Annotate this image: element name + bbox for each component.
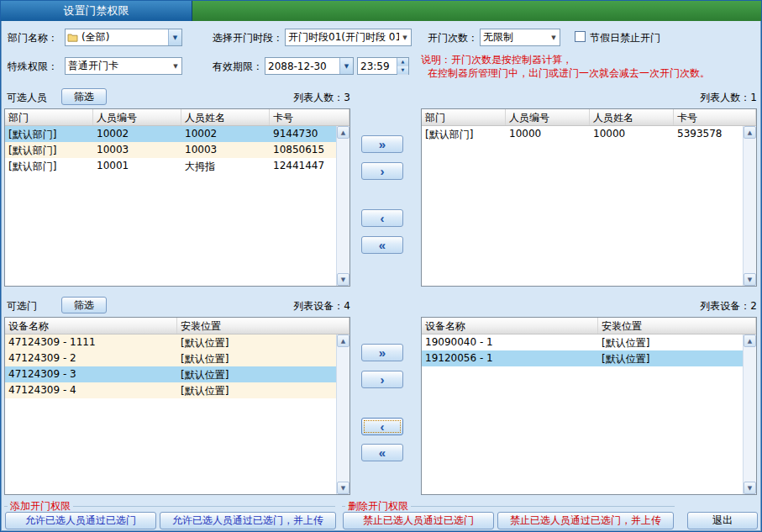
table-row[interactable]: 47124309 - 3 [默认位置] <box>5 366 336 382</box>
chevron-down-icon[interactable]: ▼ <box>170 63 181 70</box>
cell-name: 10002 <box>181 126 270 142</box>
period-combobox[interactable]: 开门时段01(开门时段 01) ▼ <box>285 29 412 46</box>
special-combobox[interactable]: 普通开门卡 ▼ <box>65 57 182 75</box>
scroll-down-icon[interactable]: ▼ <box>337 482 349 494</box>
column-header-device[interactable]: 设备名称 <box>5 318 177 334</box>
spin-up-icon[interactable]: ▲ <box>397 58 408 66</box>
column-header-name[interactable]: 人员姓名 <box>590 109 674 125</box>
cell-dept: [默认部门] <box>5 158 93 174</box>
column-header-name[interactable]: 人员姓名 <box>181 109 270 125</box>
validity-time-spinner[interactable]: 23:59 ▲ ▼ <box>357 57 409 75</box>
dept-combobox[interactable]: (全部) ▼ <box>65 29 182 46</box>
dept-value: (全部) <box>79 30 168 45</box>
scroll-up-icon[interactable]: ▲ <box>337 126 349 139</box>
table-row[interactable]: 47124309 - 4 [默认位置] <box>5 382 336 398</box>
holiday-checkbox-label: 节假日禁止开门 <box>590 32 660 44</box>
scroll-up-icon[interactable]: ▲ <box>744 334 756 347</box>
column-header-dept[interactable]: 部门 <box>5 109 93 125</box>
table-header: 部门 人员编号 人员姓名 卡号 <box>5 109 349 126</box>
cell-device: 47124309 - 2 <box>5 350 177 366</box>
chevron-down-icon[interactable]: ▼ <box>399 34 411 41</box>
column-header-location[interactable]: 安装位置 <box>598 318 756 334</box>
personnel-filter-button[interactable]: 筛选 <box>61 88 107 105</box>
personnel-move-all-left-button[interactable]: « <box>361 236 403 254</box>
validity-label: 有效期限： <box>213 61 263 72</box>
table-body: 47124309 - 1111 [默认位置] 47124309 - 2 [默认位… <box>5 334 336 494</box>
window-title: 设置门禁权限 <box>64 3 129 18</box>
column-header-card[interactable]: 卡号 <box>674 109 756 125</box>
cell-id: 10002 <box>93 126 181 142</box>
cell-location: [默认位置] <box>177 334 336 350</box>
scroll-up-icon[interactable]: ▲ <box>744 126 756 139</box>
column-header-id[interactable]: 人员编号 <box>506 109 590 125</box>
cell-dept: [默认部门] <box>5 126 93 142</box>
titlebar: 设置门禁权限 <box>1 1 761 21</box>
table-header: 部门 人员编号 人员姓名 卡号 <box>422 109 756 126</box>
access-permission-window: 设置门禁权限 部门名称： (全部) ▼ 选择开门时段： 开门时段01(开门时段 … <box>0 0 762 532</box>
column-header-dept[interactable]: 部门 <box>422 109 506 125</box>
cell-id: 10003 <box>93 142 181 158</box>
deny-selected-upload-button[interactable]: 禁止已选人员通过已选门，并上传 <box>497 512 674 529</box>
doors-move-right-button[interactable]: › <box>361 371 403 388</box>
personnel-move-all-right-button[interactable]: » <box>361 135 403 153</box>
personnel-move-left-button[interactable]: ‹ <box>361 209 403 227</box>
scroll-down-icon[interactable]: ▼ <box>744 482 756 494</box>
validity-date-value: 2088-12-30 <box>265 61 339 72</box>
dept-label: 部门名称： <box>8 32 58 44</box>
count-value: 无限制 <box>481 30 548 45</box>
allow-selected-upload-button[interactable]: 允许已选人员通过已选门，并上传 <box>160 512 336 529</box>
table-body: [默认部门] 10000 10000 5393578 <box>422 126 743 286</box>
holiday-checkbox[interactable] <box>575 31 586 42</box>
table-row[interactable]: 47124309 - 2 [默认位置] <box>5 350 336 366</box>
column-header-id[interactable]: 人员编号 <box>93 109 181 125</box>
doors-move-all-left-button[interactable]: « <box>361 444 403 461</box>
column-header-card[interactable]: 卡号 <box>270 109 349 125</box>
vertical-scrollbar[interactable]: ▲ ▼ <box>336 126 349 286</box>
table-row[interactable]: 19120056 - 1 [默认位置] <box>422 350 743 366</box>
table-header: 设备名称 安装位置 <box>5 318 349 334</box>
cell-device: 47124309 - 4 <box>5 382 177 398</box>
table-row[interactable]: [默认部门] 10002 10002 9144730 <box>5 126 336 142</box>
personnel-move-right-button[interactable]: › <box>361 162 403 180</box>
cell-card: 9144730 <box>270 126 336 142</box>
vertical-scrollbar[interactable]: ▲ ▼ <box>743 126 756 286</box>
period-value: 开门时段01(开门时段 01) <box>286 30 399 45</box>
doors-filter-button[interactable]: 筛选 <box>61 297 107 313</box>
table-row[interactable]: [默认部门] 10003 10003 10850615 <box>5 142 336 158</box>
chevron-down-icon[interactable]: ▼ <box>548 34 560 41</box>
scroll-down-icon[interactable]: ▼ <box>337 273 349 286</box>
doors-move-all-right-button[interactable]: » <box>361 344 403 361</box>
scroll-down-icon[interactable]: ▼ <box>744 273 756 286</box>
cell-device: 47124309 - 3 <box>5 366 177 382</box>
doors-selected-table: 设备名称 安装位置 19090040 - 1 [默认位置] 19120056 -… <box>421 317 757 495</box>
allow-selected-button[interactable]: 允许已选人员通过已选门 <box>5 512 156 529</box>
table-row[interactable]: 47124309 - 1111 [默认位置] <box>5 334 336 350</box>
vertical-scrollbar[interactable]: ▲ ▼ <box>743 334 756 494</box>
table-row[interactable]: [默认部门] 10000 10000 5393578 <box>422 126 743 142</box>
deny-selected-button[interactable]: 禁止已选人员通过已选门 <box>343 512 494 529</box>
doors-move-left-button[interactable]: ‹ <box>361 418 403 435</box>
column-header-location[interactable]: 安装位置 <box>177 318 349 334</box>
validity-date-picker[interactable]: 2088-12-30 ▼ <box>265 57 354 75</box>
cell-location: [默认位置] <box>177 366 336 382</box>
exit-button[interactable]: 退出 <box>687 512 758 529</box>
table-header: 设备名称 安装位置 <box>422 318 756 334</box>
special-value: 普通开门卡 <box>66 59 170 73</box>
time-spin-buttons: ▲ ▼ <box>397 58 408 74</box>
chevron-down-icon[interactable]: ▼ <box>339 58 353 74</box>
scroll-up-icon[interactable]: ▲ <box>337 334 349 347</box>
count-combobox[interactable]: 无限制 ▼ <box>480 29 560 46</box>
cell-name: 10003 <box>181 142 270 158</box>
table-row[interactable]: 19090040 - 1 [默认位置] <box>422 334 743 350</box>
vertical-scrollbar[interactable]: ▲ ▼ <box>336 334 349 494</box>
chevron-down-icon[interactable]: ▼ <box>168 29 181 45</box>
cell-device: 19120056 - 1 <box>422 350 598 366</box>
doors-section-label: 可选门 <box>7 300 37 312</box>
spin-down-icon[interactable]: ▼ <box>397 66 408 75</box>
cell-name: 10000 <box>590 126 674 142</box>
cell-name: 大拇指 <box>181 158 270 174</box>
table-row[interactable]: [默认部门] 10001 大拇指 12441447 <box>5 158 336 174</box>
window-title-tab: 设置门禁权限 <box>1 1 192 21</box>
column-header-device[interactable]: 设备名称 <box>422 318 598 334</box>
table-body: 19090040 - 1 [默认位置] 19120056 - 1 [默认位置] <box>422 334 743 494</box>
